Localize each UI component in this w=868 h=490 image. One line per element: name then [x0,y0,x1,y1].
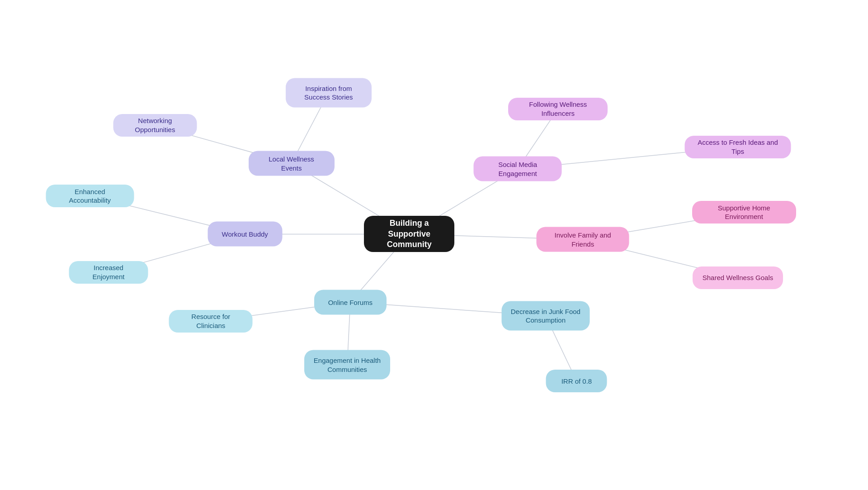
node-supportive-home[interactable]: Supportive Home Environment [692,201,796,224]
node-following-influencers[interactable]: Following Wellness Influencers [508,98,608,120]
node-involve-family[interactable]: Involve Family and Friends [537,227,629,252]
node-workout-buddy[interactable]: Workout Buddy [208,222,282,247]
node-networking[interactable]: Networking Opportunities [113,114,197,137]
node-irr[interactable]: IRR of 0.8 [546,370,607,392]
node-online-forums[interactable]: Online Forums [314,290,387,314]
center-node[interactable]: Building a Supportive Community [364,216,454,252]
node-fresh-ideas[interactable]: Access to Fresh Ideas and Tips [685,136,791,158]
node-social-media[interactable]: Social Media Engagement [474,157,562,181]
node-resource-clinicians[interactable]: Resource for Clinicians [169,310,253,333]
node-engagement-health[interactable]: Engagement in Health Communities [304,350,390,380]
node-inspiration[interactable]: Inspiration from Success Stories [286,78,372,107]
node-enhanced-accountability[interactable]: Enhanced Accountability [46,185,134,207]
node-increased-enjoyment[interactable]: Increased Enjoyment [69,261,148,284]
node-local-wellness[interactable]: Local Wellness Events [249,151,335,176]
node-decrease-junk[interactable]: Decrease in Junk Food Consumption [501,301,590,330]
mindmap-container: Building a Supportive CommunityLocal Wel… [0,0,868,490]
node-shared-goals[interactable]: Shared Wellness Goals [693,266,783,289]
